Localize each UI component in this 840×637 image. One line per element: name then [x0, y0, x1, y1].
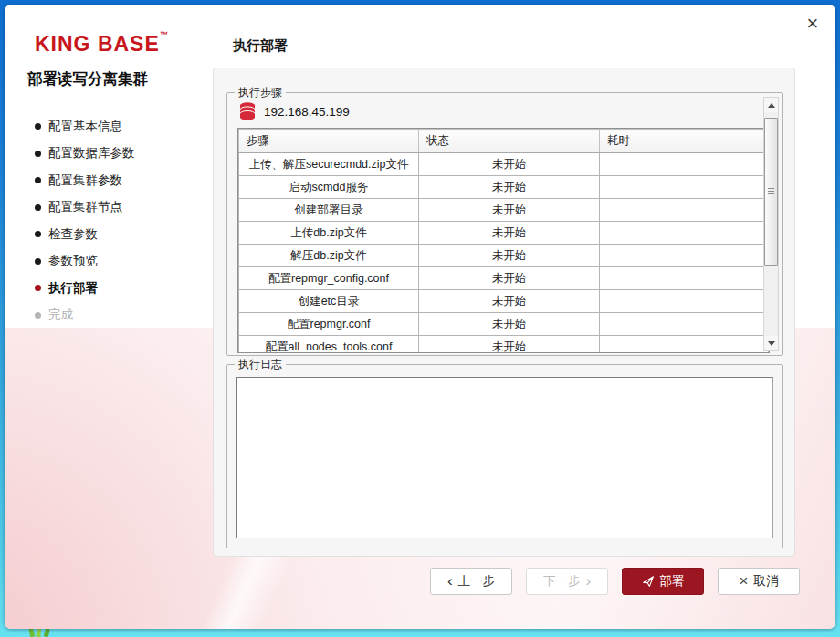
page-title: 执行部署 — [233, 37, 288, 55]
cell-status: 未开始 — [419, 290, 600, 313]
cell-step: 配置repmgr.conf — [239, 313, 419, 336]
column-header: 步骤 — [239, 130, 419, 153]
scrollbar-grip-icon — [768, 188, 774, 196]
table-row[interactable]: 配置repmgr.conf未开始 — [239, 313, 769, 336]
cell-status: 未开始 — [419, 153, 600, 176]
scroll-down-button[interactable] — [764, 336, 778, 350]
send-plane-icon — [642, 575, 655, 588]
previous-button-label: 上一步 — [458, 573, 496, 590]
steps-table-body: 上传、解压securecmdd.zip文件未开始启动scmdd服务未开始创建部署… — [239, 153, 769, 354]
steps-table: 步骤状态耗时 上传、解压securecmdd.zip文件未开始启动scmdd服务… — [238, 129, 769, 353]
chevron-right-icon: › — [585, 573, 591, 589]
step-label: 执行部署 — [48, 280, 98, 297]
cell-elapsed — [600, 267, 769, 290]
cell-elapsed — [600, 313, 769, 336]
table-row[interactable]: 启动scmdd服务未开始 — [239, 176, 769, 199]
table-row[interactable]: 上传、解压securecmdd.zip文件未开始 — [239, 153, 769, 176]
previous-button[interactable]: ‹ 上一步 — [430, 568, 512, 595]
cell-status: 未开始 — [419, 313, 600, 336]
column-header: 耗时 — [600, 130, 769, 153]
table-row[interactable]: 解压db.zip文件未开始 — [239, 245, 769, 267]
scroll-up-button[interactable] — [764, 98, 778, 112]
deploy-button-label: 部署 — [660, 573, 685, 590]
vertical-scrollbar[interactable] — [763, 97, 779, 351]
close-button[interactable]: × — [801, 12, 824, 36]
step-label: 检查参数 — [48, 226, 98, 243]
step-bullet-icon — [35, 204, 41, 211]
execution-steps-groupbox: 执行步骤 192.168.45.199 步骤状态耗时 上传、解压securecm… — [226, 92, 783, 356]
steps-table-viewport: 步骤状态耗时 上传、解压securecmdd.zip文件未开始启动scmdd服务… — [237, 128, 770, 353]
cancel-button[interactable]: × 取消 — [718, 568, 800, 595]
cell-status: 未开始 — [419, 199, 600, 222]
table-row[interactable]: 配置all_nodes_tools.conf未开始 — [239, 336, 769, 354]
step-label: 配置数据库参数 — [48, 145, 135, 162]
next-button[interactable]: 下一步 › — [526, 568, 608, 595]
step-label: 配置集群节点 — [48, 199, 122, 215]
cell-status: 未开始 — [419, 176, 600, 199]
scrollbar-thumb[interactable] — [764, 118, 778, 266]
steps-table-head-row: 步骤状态耗时 — [239, 130, 769, 153]
step-label: 参数预览 — [48, 253, 98, 269]
wizard-title: 部署读写分离集群 — [27, 69, 215, 89]
sidebar-step-item: 配置集群节点 — [27, 194, 215, 222]
host-row: 192.168.45.199 — [239, 102, 350, 120]
table-row[interactable]: 上传db.zip文件未开始 — [239, 222, 769, 245]
cell-elapsed — [600, 199, 769, 222]
cell-step: 上传、解压securecmdd.zip文件 — [239, 153, 419, 176]
execution-log-label: 执行日志 — [235, 358, 286, 371]
step-bullet-icon — [35, 123, 41, 130]
execution-log-textarea[interactable] — [236, 377, 773, 538]
sidebar-step-item: 参数预览 — [27, 248, 215, 276]
step-bullet-icon — [35, 151, 41, 157]
cell-status: 未开始 — [419, 267, 600, 290]
cell-elapsed — [600, 222, 769, 245]
cell-step: 上传db.zip文件 — [239, 222, 419, 245]
cell-elapsed — [600, 290, 769, 313]
cell-step: 启动scmdd服务 — [239, 176, 419, 199]
deploy-button[interactable]: 部署 — [622, 568, 704, 595]
trademark-symbol: ™ — [160, 29, 169, 38]
kingbase-logo: KING BASE™ — [27, 31, 215, 57]
cell-step: 配置repmgr_config.conf — [239, 267, 419, 290]
triangle-down-icon — [768, 341, 775, 346]
cell-status: 未开始 — [419, 245, 600, 267]
table-row[interactable]: 配置repmgr_config.conf未开始 — [239, 267, 769, 290]
sidebar-step-item: 配置基本信息 — [27, 113, 215, 141]
sidebar-steps: 配置基本信息配置数据库参数配置集群参数配置集群节点检查参数参数预览执行部署完成 — [27, 113, 215, 329]
cell-step: 创建etc目录 — [239, 290, 419, 313]
chevron-left-icon: ‹ — [447, 573, 453, 589]
logo-text: KING BASE — [35, 31, 160, 56]
execution-log-groupbox: 执行日志 — [226, 364, 783, 548]
column-header: 状态 — [419, 130, 600, 153]
cancel-button-label: 取消 — [753, 573, 778, 590]
step-label: 配置基本信息 — [48, 119, 122, 135]
step-bullet-icon — [35, 177, 41, 183]
step-bullet-icon — [35, 285, 41, 291]
next-button-label: 下一步 — [543, 573, 581, 590]
footer-button-row: ‹ 上一步 下一步 › 部署 × 取消 — [430, 568, 800, 595]
cell-status: 未开始 — [419, 222, 600, 245]
cell-step: 创建部署目录 — [239, 199, 419, 222]
cell-step: 配置all_nodes_tools.conf — [239, 336, 419, 354]
x-icon: × — [740, 573, 749, 589]
sidebar-step-item: 完成 — [27, 302, 215, 329]
cell-elapsed — [600, 336, 769, 354]
sidebar: KING BASE™ 部署读写分离集群 配置基本信息配置数据库参数配置集群参数配… — [27, 32, 215, 329]
step-label: 配置集群参数 — [48, 172, 122, 189]
cell-elapsed — [600, 153, 769, 176]
step-bullet-icon — [35, 258, 41, 265]
step-bullet-icon — [35, 312, 41, 318]
table-row[interactable]: 创建部署目录未开始 — [239, 199, 769, 222]
sidebar-step-item: 配置数据库参数 — [27, 141, 215, 168]
sidebar-step-item: 检查参数 — [27, 221, 215, 248]
execution-steps-label: 执行步骤 — [235, 86, 286, 99]
triangle-up-icon — [768, 103, 775, 108]
content-panel: 执行步骤 192.168.45.199 步骤状态耗时 上传、解压securecm… — [213, 68, 795, 557]
wizard-window: × KING BASE™ 部署读写分离集群 配置基本信息配置数据库参数配置集群参… — [5, 5, 835, 629]
step-bullet-icon — [35, 231, 41, 237]
table-row[interactable]: 创建etc目录未开始 — [239, 290, 769, 313]
sidebar-step-item: 配置集群参数 — [27, 167, 215, 194]
cell-elapsed — [600, 245, 769, 267]
step-label: 完成 — [48, 307, 73, 323]
database-icon — [239, 102, 256, 120]
